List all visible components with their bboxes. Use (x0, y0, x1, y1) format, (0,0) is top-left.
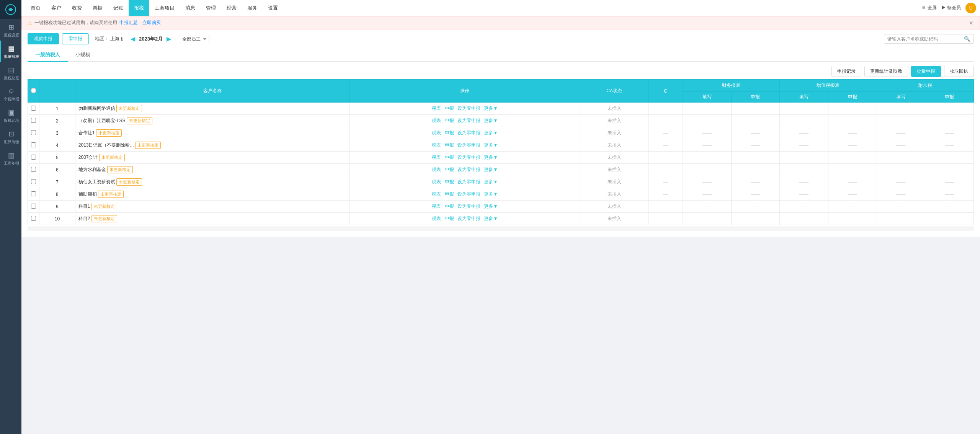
avatar[interactable]: U (965, 3, 976, 13)
op-declare[interactable]: 申报 (445, 179, 454, 184)
op-declare[interactable]: 申报 (445, 106, 454, 111)
tab-general-taxpayer[interactable]: 一般的税人 (28, 48, 68, 62)
row-checkbox[interactable] (28, 115, 39, 127)
op-tax-form[interactable]: 税表 (432, 191, 441, 197)
sidebar-item-tax-settings[interactable]: ⊞ 报税设置 (0, 19, 21, 41)
th-operation: 操作 (350, 80, 580, 103)
row-checkbox[interactable] (28, 213, 39, 225)
row-checkbox[interactable] (28, 164, 39, 176)
nav-business2[interactable]: 经营 (221, 0, 242, 16)
op-zero-declare[interactable]: 设为零申报 (457, 130, 480, 135)
op-tax-form[interactable]: 税表 (432, 142, 441, 148)
nav-billing[interactable]: 收费 (67, 0, 87, 16)
op-zero-declare[interactable]: 设为零申报 (457, 142, 480, 148)
search-button[interactable]: 🔍 (961, 34, 973, 43)
row-name-text: 合作社1 (78, 130, 95, 135)
op-more[interactable]: 更多▼ (484, 191, 498, 197)
row-c: — (648, 139, 683, 152)
date-next-btn[interactable]: ▶ (165, 35, 173, 42)
nav-invoice[interactable]: 票据 (87, 0, 108, 16)
nav-settings[interactable]: 设置 (263, 0, 283, 16)
op-declare[interactable]: 申报 (445, 155, 454, 160)
op-declare[interactable]: 申报 (445, 142, 454, 148)
member-btn[interactable]: ▶ 畅会员 (941, 5, 961, 11)
op-declare[interactable]: 申报 (445, 191, 454, 197)
op-more[interactable]: 更多▼ (484, 106, 498, 111)
op-more[interactable]: 更多▼ (484, 204, 498, 209)
tab-zero-declare[interactable]: 零申报 (62, 33, 89, 44)
nav-home[interactable]: 首页 (25, 0, 46, 16)
sidebar-item-tax-record[interactable]: ▣ 报税记录 (0, 104, 21, 126)
op-more[interactable]: 更多▼ (484, 118, 498, 123)
notice-link2[interactable]: 立即购买 (142, 20, 161, 26)
op-zero-declare[interactable]: 设为零申报 (457, 106, 480, 111)
op-zero-declare[interactable]: 设为零申报 (457, 179, 480, 184)
op-declare[interactable]: 申报 (445, 167, 454, 172)
row-checkbox[interactable] (28, 201, 39, 213)
op-more[interactable]: 更多▼ (484, 155, 498, 160)
nav-business[interactable]: 工商项目 (149, 0, 180, 16)
update-stats-btn[interactable]: 更新统计及取数 (864, 66, 908, 77)
row-f1: —— (683, 103, 731, 115)
batch-declare-btn[interactable]: 批量申报 (911, 66, 941, 77)
nav-manage[interactable]: 管理 (201, 0, 221, 16)
op-zero-declare[interactable]: 设为零申报 (457, 216, 480, 221)
notice-link1[interactable]: 申报汇总 (119, 20, 138, 26)
tab-tax-declare[interactable]: 税款申报 (28, 33, 59, 44)
select-all-checkbox[interactable] (31, 88, 36, 93)
row-f1: —— (683, 164, 731, 176)
op-tax-form[interactable]: 税表 (432, 118, 441, 123)
nav-tax[interactable]: 报税 (129, 0, 149, 16)
op-tax-form[interactable]: 税表 (432, 204, 441, 209)
op-declare[interactable]: 申报 (445, 130, 454, 135)
row-checkbox[interactable] (28, 103, 39, 115)
collect-receipt-btn[interactable]: 收取回执 (944, 66, 974, 77)
op-tax-form[interactable]: 税表 (432, 155, 441, 160)
row-checkbox[interactable] (28, 127, 39, 139)
notice-close-btn[interactable]: ✕ (969, 20, 973, 26)
op-more[interactable]: 更多▼ (484, 216, 498, 221)
op-more[interactable]: 更多▼ (484, 142, 498, 148)
op-more[interactable]: 更多▼ (484, 167, 498, 172)
op-zero-declare[interactable]: 设为零申报 (457, 167, 480, 172)
op-zero-declare[interactable]: 设为零申报 (457, 118, 480, 123)
row-checkbox[interactable] (28, 188, 39, 201)
op-tax-form[interactable]: 税表 (432, 106, 441, 111)
sidebar-item-settlement[interactable]: ⊡ 汇算清缴 (0, 126, 21, 147)
sidebar-item-personal-tax[interactable]: ☺ 个税申报 (0, 83, 21, 104)
op-tax-form[interactable]: 税表 (432, 167, 441, 172)
row-f3: —— (780, 176, 828, 188)
sidebar-item-annual-report[interactable]: ▥ 工商年报 (0, 147, 21, 169)
row-checkbox[interactable] (28, 152, 39, 164)
nav-message[interactable]: 消息 (180, 0, 201, 16)
action-row: 申报记录 更新统计及取数 批量申报 收取回执 (28, 62, 974, 79)
declare-record-btn[interactable]: 申报记录 (831, 66, 861, 77)
row-checkbox[interactable] (28, 176, 39, 188)
row-f3: —— (780, 127, 828, 139)
op-zero-declare[interactable]: 设为零申报 (457, 204, 480, 209)
row-name: 辅助期初 未更新核定 (75, 188, 350, 201)
nav-customer[interactable]: 客户 (46, 0, 67, 16)
staff-dropdown[interactable]: 全部员工 (179, 35, 209, 43)
op-zero-declare[interactable]: 设为零申报 (457, 155, 480, 160)
region-value[interactable]: 上海 (110, 36, 119, 42)
op-declare[interactable]: 申报 (445, 216, 454, 221)
op-tax-form[interactable]: 税表 (432, 179, 441, 184)
op-declare[interactable]: 申报 (445, 118, 454, 123)
row-checkbox[interactable] (28, 139, 39, 152)
date-prev-btn[interactable]: ◀ (129, 35, 137, 42)
fullscreen-btn[interactable]: 🖥 全屏 (921, 5, 936, 11)
op-tax-form[interactable]: 税表 (432, 130, 441, 135)
op-declare[interactable]: 申报 (445, 204, 454, 209)
op-more[interactable]: 更多▼ (484, 179, 498, 184)
nav-accounting[interactable]: 记账 (108, 0, 129, 16)
op-zero-declare[interactable]: 设为零申报 (457, 191, 480, 197)
search-input[interactable] (884, 35, 961, 43)
op-tax-form[interactable]: 税表 (432, 216, 441, 221)
sidebar-item-batch-tax[interactable]: ▦ 批量报税 (0, 41, 21, 62)
sidebar-item-tax-overview[interactable]: ▤ 报税总览 (0, 62, 21, 83)
nav-service[interactable]: 服务 (242, 0, 263, 16)
tab-small-scale[interactable]: 小规模 (68, 48, 98, 62)
row-f5: —— (877, 164, 925, 176)
op-more[interactable]: 更多▼ (484, 130, 498, 135)
